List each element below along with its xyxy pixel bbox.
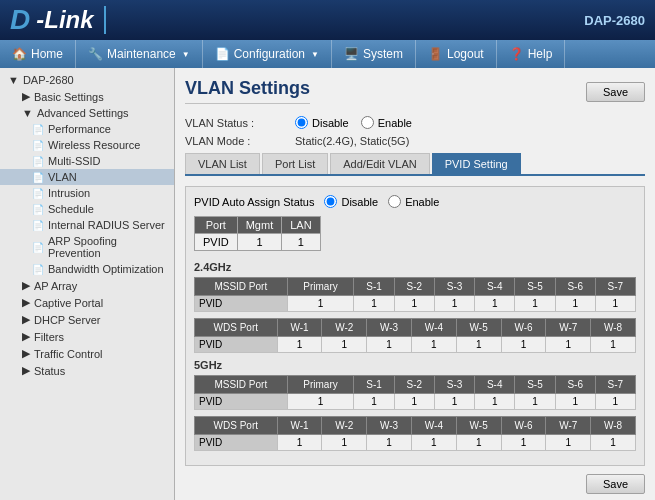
logo: D-Link xyxy=(10,4,110,36)
pvid-disable-radio[interactable] xyxy=(324,195,337,208)
s2-header-5g: S-2 xyxy=(394,376,434,394)
sidebar-item-dhcp-server[interactable]: ▶ DHCP Server xyxy=(0,311,174,328)
page-icon-performance: 📄 xyxy=(32,124,44,135)
s6-header-24: S-6 xyxy=(555,278,595,296)
sidebar-item-schedule[interactable]: 📄 Schedule xyxy=(0,201,174,217)
sidebar-item-status[interactable]: ▶ Status xyxy=(0,362,174,379)
nav-configuration[interactable]: 📄 Configuration ▼ xyxy=(203,40,332,68)
sidebar-item-filters[interactable]: ▶ Filters xyxy=(0,328,174,345)
pvid-enable-radio[interactable] xyxy=(388,195,401,208)
sidebar-label-captive: Captive Portal xyxy=(34,297,103,309)
vlan-status-enable-option[interactable]: Enable xyxy=(361,116,412,129)
tab-pvid-setting[interactable]: PVID Setting xyxy=(432,153,521,174)
tab-add-edit-vlan[interactable]: Add/Edit VLAN xyxy=(330,153,429,174)
sidebar-item-ap-array[interactable]: ▶ AP Array xyxy=(0,277,174,294)
sidebar-item-basic-settings[interactable]: ▶ Basic Settings xyxy=(0,88,174,105)
nav-system-label: System xyxy=(363,47,403,61)
sidebar-item-multi-ssid[interactable]: 📄 Multi-SSID xyxy=(0,153,174,169)
mssid-port-header-5g: MSSID Port xyxy=(195,376,288,394)
sidebar-label-filters: Filters xyxy=(34,331,64,343)
sidebar-label-ap: AP Array xyxy=(34,280,77,292)
sidebar-item-wireless-resource[interactable]: 📄 Wireless Resource xyxy=(0,137,174,153)
vlan-mode-value: Static(2.4G), Static(5G) xyxy=(295,135,409,147)
vlan-status-radio-group: Disable Enable xyxy=(295,116,412,129)
freq-5-label: 5GHz xyxy=(194,359,636,371)
pvid-wds-5g: PVID 11111111 xyxy=(195,435,636,451)
sidebar-label-radius: Internal RADIUS Server xyxy=(48,219,165,231)
pvid-lan-value: 1 xyxy=(282,234,320,251)
logo-divider xyxy=(104,6,106,34)
sidebar-label-basic: Basic Settings xyxy=(34,91,104,103)
sidebar-item-performance[interactable]: 📄 Performance xyxy=(0,121,174,137)
expand-icon: ▼ xyxy=(8,74,19,86)
sidebar-item-traffic-control[interactable]: ▶ Traffic Control xyxy=(0,345,174,362)
header-model: DAP-2680 xyxy=(584,13,645,28)
sidebar-item-captive-portal[interactable]: ▶ Captive Portal xyxy=(0,294,174,311)
nav-configuration-label: Configuration xyxy=(234,47,305,61)
vlan-status-disable-label: Disable xyxy=(312,117,349,129)
vlan-status-label: VLAN Status : xyxy=(185,117,285,129)
nav-system[interactable]: 🖥️ System xyxy=(332,40,416,68)
sidebar-label-performance: Performance xyxy=(48,123,111,135)
sidebar-item-vlan[interactable]: 📄 VLAN xyxy=(0,169,174,185)
primary-header-5g: Primary xyxy=(287,376,354,394)
expand-icon-traffic: ▶ xyxy=(22,347,30,360)
expand-icon-ap: ▶ xyxy=(22,279,30,292)
sidebar-item-arp-spoofing[interactable]: 📄 ARP Spoofing Prevention xyxy=(0,233,174,261)
wds-port-header-5g: WDS Port xyxy=(195,417,278,435)
page-icon-wireless: 📄 xyxy=(32,140,44,151)
sidebar-root-label: DAP-2680 xyxy=(23,74,74,86)
w3-header-5g: W-3 xyxy=(367,417,412,435)
nav-maintenance-label: Maintenance xyxy=(107,47,176,61)
sidebar-item-internal-radius[interactable]: 📄 Internal RADIUS Server xyxy=(0,217,174,233)
sidebar-item-bandwidth-opt[interactable]: 📄 Bandwidth Optimization xyxy=(0,261,174,277)
sidebar-root[interactable]: ▼ DAP-2680 xyxy=(0,72,174,88)
page-icon-arp: 📄 xyxy=(32,242,44,253)
vlan-status-disable-option[interactable]: Disable xyxy=(295,116,349,129)
vlan-mode-row: VLAN Mode : Static(2.4G), Static(5G) xyxy=(185,135,645,147)
w5-header-24: W-5 xyxy=(456,319,501,337)
wds-table-24g: WDS Port W-1 W-2 W-3 W-4 W-5 W-6 W-7 W-8… xyxy=(194,318,636,353)
port-col-header: Port xyxy=(195,217,238,234)
s5-header-24: S-5 xyxy=(515,278,555,296)
s3-header-5g: S-3 xyxy=(434,376,474,394)
nav-home[interactable]: 🏠 Home xyxy=(0,40,76,68)
page-icon-schedule: 📄 xyxy=(32,204,44,215)
sidebar-item-advanced-settings[interactable]: ▼ Advanced Settings xyxy=(0,105,174,121)
page-icon-multi: 📄 xyxy=(32,156,44,167)
port-mgmt-table: Port Mgmt LAN PVID 1 1 xyxy=(194,216,636,251)
wds-table-5g: WDS Port W-1 W-2 W-3 W-4 W-5 W-6 W-7 W-8… xyxy=(194,416,636,451)
s5-header-5g: S-5 xyxy=(515,376,555,394)
pvid-mssid-24: PVID 11111111 xyxy=(195,296,636,312)
pvid-enable-option[interactable]: Enable xyxy=(388,195,439,208)
sidebar-item-intrusion[interactable]: 📄 Intrusion xyxy=(0,185,174,201)
pvid-wds-label-5g: PVID xyxy=(195,435,278,451)
save-button-top[interactable]: Save xyxy=(586,82,645,102)
w6-header-24: W-6 xyxy=(501,319,546,337)
s4-header-5g: S-4 xyxy=(475,376,515,394)
pvid-auto-row: PVID Auto Assign Status Disable Enable xyxy=(194,195,636,208)
vlan-status-disable-radio[interactable] xyxy=(295,116,308,129)
tab-vlan-list[interactable]: VLAN List xyxy=(185,153,260,174)
sidebar-label-schedule: Schedule xyxy=(48,203,94,215)
expand-icon-status: ▶ xyxy=(22,364,30,377)
navbar: 🏠 Home 🔧 Maintenance ▼ 📄 Configuration ▼… xyxy=(0,40,655,68)
tab-port-list[interactable]: Port List xyxy=(262,153,328,174)
w1-header-24: W-1 xyxy=(277,319,322,337)
help-icon: ❓ xyxy=(509,47,524,61)
nav-maintenance[interactable]: 🔧 Maintenance ▼ xyxy=(76,40,203,68)
nav-logout[interactable]: 🚪 Logout xyxy=(416,40,497,68)
sidebar-label-advanced: Advanced Settings xyxy=(37,107,129,119)
save-button-bottom[interactable]: Save xyxy=(586,474,645,494)
expand-icon-captive: ▶ xyxy=(22,296,30,309)
save-button-bottom-container: Save xyxy=(185,474,645,494)
vlan-status-enable-radio[interactable] xyxy=(361,116,374,129)
nav-help[interactable]: ❓ Help xyxy=(497,40,566,68)
page-icon-bandwidth: 📄 xyxy=(32,264,44,275)
sidebar-label-status: Status xyxy=(34,365,65,377)
logo-text: -Link xyxy=(36,6,93,34)
mssid-port-header-24: MSSID Port xyxy=(195,278,288,296)
expand-icon-filters: ▶ xyxy=(22,330,30,343)
maintenance-icon: 🔧 xyxy=(88,47,103,61)
pvid-disable-option[interactable]: Disable xyxy=(324,195,378,208)
